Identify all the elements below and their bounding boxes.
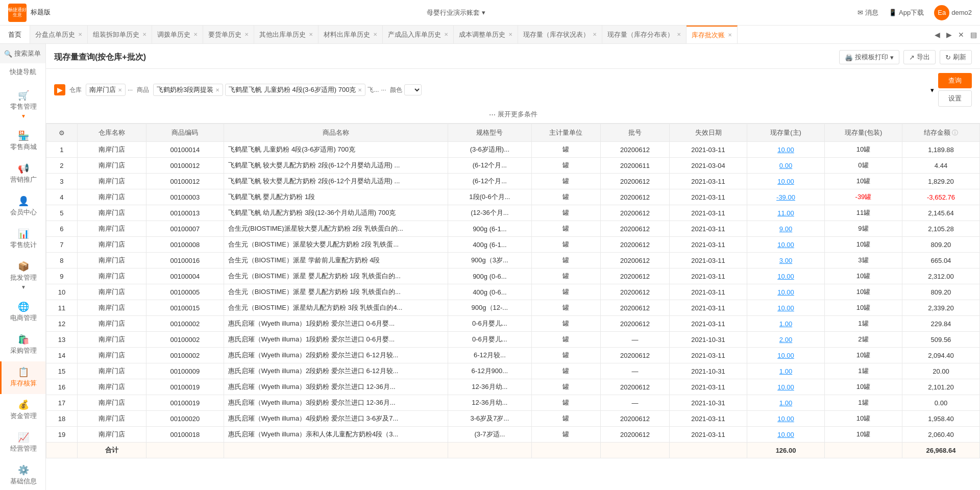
cell-stock-main-1[interactable]: 10.00 [747, 142, 825, 158]
tab-disassembly[interactable]: 组装拆卸单历史 ✕ [88, 26, 152, 43]
cell-stock-main-18[interactable]: 10.00 [747, 411, 825, 427]
print-btn[interactable]: 🖨️ 按模板打印 ▾ [839, 50, 899, 64]
product-tag-1-close[interactable]: ✕ [215, 87, 219, 93]
tab-stock-status-close[interactable]: ✕ [593, 32, 597, 37]
cell-stock-main-6[interactable]: 9.00 [747, 221, 825, 237]
cell-stock-main-12[interactable]: 1.00 [747, 316, 825, 332]
user-menu[interactable]: Ea demo2 [934, 5, 972, 20]
tab-sample[interactable]: 调拨单历史 ✕ [152, 26, 203, 43]
tab-request-close[interactable]: ✕ [244, 32, 249, 37]
tab-nav-next[interactable]: ▶ [943, 31, 955, 39]
cell-stock-main-13[interactable]: 2.00 [747, 332, 825, 348]
tab-split-inventory-close[interactable]: ✕ [78, 32, 82, 37]
tab-cost-adjust-close[interactable]: ✕ [508, 32, 512, 37]
cell-stock-main-17[interactable]: 1.00 [747, 395, 825, 411]
sidebar-item-ecommerce[interactable]: 🌐 电商管理 [0, 296, 45, 329]
tab-other-out[interactable]: 其他出库单历史 ✕ [254, 26, 318, 43]
export-btn[interactable]: ↗ 导出 [903, 50, 936, 64]
cell-stock-main-8[interactable]: 3.00 [747, 253, 825, 268]
org-selector[interactable]: 母婴行业演示账套 ▾ [427, 8, 485, 17]
tab-stock-status[interactable]: 现存量（库存状况表） ✕ [518, 26, 602, 43]
product-more[interactable]: 飞... [368, 86, 379, 94]
refresh-btn[interactable]: ↻ 刷新 [940, 50, 972, 64]
sidebar-item-purchase[interactable]: 🛍️ 采购管理 [0, 329, 45, 361]
table-body: 1 南岸门店 00100014 飞鹤星飞帆 儿童奶粉 4段(3-6岁适用) 70… [46, 142, 980, 458]
retail-stat-icon: 📊 [18, 229, 29, 238]
tab-product-in[interactable]: 产成品入库单历史 ✕ [383, 26, 454, 43]
tab-sample-close[interactable]: ✕ [193, 32, 198, 37]
tab-menu[interactable]: ▤ [967, 31, 980, 39]
sidebar-item-member[interactable]: 👤 会员中心 [0, 190, 45, 223]
cell-stock-main-9[interactable]: 10.00 [747, 268, 825, 284]
expand-more-btn[interactable]: ⋯ 展开更多条件 [489, 110, 537, 119]
cell-stock-main-15[interactable]: 1.00 [747, 363, 825, 379]
cell-seq-17: 17 [46, 395, 78, 411]
sidebar-search[interactable]: 🔍 搜索菜单 [0, 44, 45, 63]
cell-stock-main-2[interactable]: 0.00 [747, 158, 825, 174]
cell-stock-main-5[interactable]: 11.00 [747, 205, 825, 221]
tab-disassembly-close[interactable]: ✕ [142, 32, 146, 37]
sidebar-item-retail-stat[interactable]: 📊 零售统计 [0, 223, 45, 256]
sidebar-item-finance[interactable]: 💰 资金管理 [0, 394, 45, 427]
cell-unit-11: 罐 [531, 300, 600, 316]
tab-stock-dist[interactable]: 现存量（库存分布表） ✕ [602, 26, 687, 43]
product-filter-label: 商品 [137, 86, 149, 94]
tab-home[interactable]: 首页 [0, 26, 30, 43]
tab-batch-ledger[interactable]: 库存批次账 ✕ [687, 26, 738, 43]
tab-split-inventory[interactable]: 分盘点单历史 ✕ [30, 26, 88, 43]
product-more-dots[interactable]: ··· [381, 86, 386, 93]
sidebar-item-business[interactable]: 📈 经营管理 [0, 427, 45, 459]
tab-material-out[interactable]: 材料出库单历史 ✕ [318, 26, 383, 43]
sidebar-item-inventory[interactable]: 📋 库存核算 [0, 361, 45, 394]
amount-info-icon[interactable]: ⓘ [952, 129, 958, 136]
product-tag-2-close[interactable]: ✕ [358, 87, 362, 93]
cell-name-10: 合生元（BIOSTIME）派星 婴儿配方奶粉 1段 乳铁蛋白的... [224, 284, 448, 300]
tab-batch-ledger-close[interactable]: ✕ [728, 32, 732, 38]
print-icon: 🖨️ [845, 54, 853, 61]
tab-nav-prev[interactable]: ◀ [932, 31, 943, 39]
cell-stock-main-14[interactable]: 10.00 [747, 348, 825, 363]
sidebar-item-basic[interactable]: ⚙️ 基础信息 [0, 459, 45, 490]
messages-btn[interactable]: ✉ 消息 [857, 8, 878, 17]
tab-close-current[interactable]: ✕ [955, 31, 967, 39]
product-tag-1[interactable]: 飞鹤奶粉3段两提装 ✕ [153, 84, 223, 96]
cell-amount-10: 809.20 [902, 284, 979, 300]
app-download-btn[interactable]: 📱 App下载 [889, 8, 924, 17]
cell-batch-16: 20200612 [601, 379, 670, 395]
cell-stock-main-19[interactable]: 10.00 [747, 427, 825, 443]
tab-stock-dist-close[interactable]: ✕ [677, 32, 681, 37]
summary-stock-main: 126.00 [747, 443, 825, 458]
tab-material-out-close[interactable]: ✕ [373, 32, 377, 37]
th-code: 商品编码 [146, 124, 224, 142]
setting-btn[interactable]: 设置 [938, 90, 972, 107]
tab-cost-adjust[interactable]: 成本调整单历史 ✕ [454, 26, 518, 43]
sidebar-item-wholesale[interactable]: 📦 批发管理 ▼ [0, 256, 45, 296]
warehouse-tag-close[interactable]: ✕ [118, 87, 122, 93]
sidebar-item-retail-shop[interactable]: 🏪 零售商城 [0, 125, 45, 158]
tab-product-in-close[interactable]: ✕ [444, 32, 448, 37]
cell-stock-main-4[interactable]: -39.00 [747, 189, 825, 205]
cell-stock-main-3[interactable]: 10.00 [747, 174, 825, 189]
query-btn[interactable]: 查询 [938, 73, 972, 88]
tab-other-out-close[interactable]: ✕ [309, 32, 313, 37]
cell-warehouse-1: 南岸门店 [77, 142, 146, 158]
sidebar-shortcut[interactable]: 快捷导航 [0, 63, 45, 81]
sidebar-item-marketing[interactable]: 📢 营销推广 [0, 158, 45, 190]
cell-stock-main-16[interactable]: 10.00 [747, 379, 825, 395]
warehouse-more[interactable]: ··· [128, 86, 133, 93]
cell-stock-main-11[interactable]: 10.00 [747, 300, 825, 316]
finance-icon: 💰 [18, 400, 29, 409]
filter-expand-btn[interactable]: ▶ [54, 84, 65, 95]
sidebar-item-retail[interactable]: 🛒 零售管理 ▼ [0, 85, 45, 125]
cell-stock-main-7[interactable]: 10.00 [747, 237, 825, 253]
tab-request[interactable]: 要货单历史 ✕ [203, 26, 254, 43]
cell-stock-pkg-7: 10罐 [824, 237, 902, 253]
product-tag-2[interactable]: 飞鹤星飞帆 儿童奶粉 4段(3-6岁适用) 700克 ✕ [225, 84, 365, 96]
cell-stock-main-10[interactable]: 10.00 [747, 284, 825, 300]
cell-unit-1: 罐 [531, 142, 600, 158]
th-settings[interactable]: ⚙ [46, 124, 78, 142]
warehouse-tag[interactable]: 南岸门店 ✕ [86, 84, 126, 96]
sidebar: 🔍 搜索菜单 快捷导航 🛒 零售管理 ▼ 🏪 零售商城 📢 营销推广 👤 会员中… [0, 44, 46, 490]
color-filter-select[interactable] [404, 84, 422, 95]
cell-expire-11: 2021-03-11 [670, 300, 747, 316]
